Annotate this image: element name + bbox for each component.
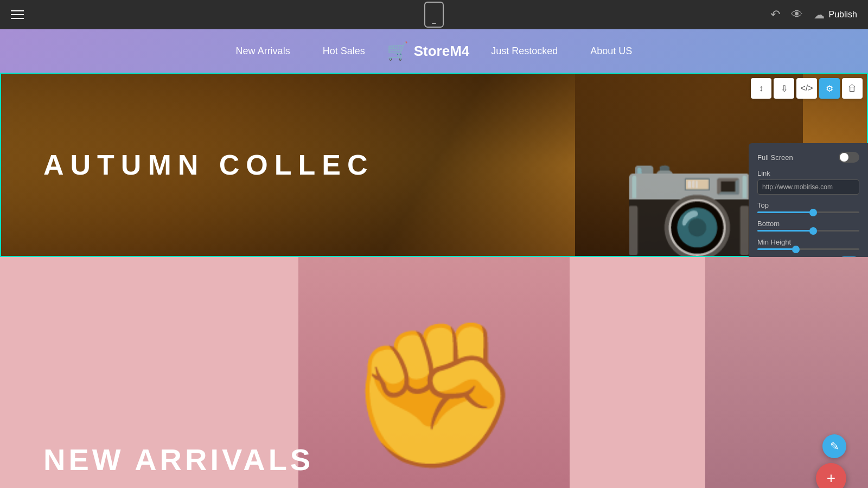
undo-icon[interactable]: ↶	[770, 8, 780, 22]
download-icon[interactable]: ⇩	[774, 78, 794, 99]
link-input[interactable]	[757, 179, 859, 195]
nav-link-hot-sales[interactable]: Hot Sales	[323, 46, 365, 57]
brand-name: StoreM4	[414, 43, 470, 60]
cloud-upload-icon: ☁	[814, 8, 825, 21]
min-height-slider-fill	[757, 248, 796, 250]
top-slider-fill	[757, 211, 813, 213]
top-slider-track[interactable]	[757, 211, 859, 213]
edit-button[interactable]: ✎	[822, 434, 846, 458]
na-title: NEW ARRIVALS	[43, 442, 314, 477]
new-arrivals-section: ✊ NEW ARRIVALS ✎ +	[0, 257, 868, 488]
settings-panel: Full Screen Link Top Bottom Min Height	[749, 143, 868, 257]
hero-section: 📷 AUTUMN COLLEC ↕ ⇩ </> ⚙ 🗑 Full Screen …	[0, 73, 868, 257]
top-toolbar: ↶ 👁 ☁ Publish	[0, 0, 868, 29]
hero-title: AUTUMN COLLEC	[43, 149, 374, 181]
show-title-toggle[interactable]	[839, 256, 859, 257]
move-up-icon[interactable]: ↕	[751, 78, 771, 99]
show-title-row: Show Title	[757, 256, 859, 257]
top-slider-row: Top	[757, 201, 859, 213]
preview-icon[interactable]: 👁	[791, 8, 803, 22]
full-screen-label: Full Screen	[757, 153, 839, 162]
na-figure: ✊	[298, 257, 570, 488]
bottom-slider-fill	[757, 230, 813, 232]
min-height-slider-row: Min Height	[757, 238, 859, 250]
hamburger-icon[interactable]	[11, 10, 24, 19]
cart-icon: 🛒	[387, 41, 409, 61]
toolbar-left	[11, 10, 24, 19]
full-screen-toggle[interactable]	[839, 152, 859, 163]
section-toolbar: ↕ ⇩ </> ⚙ 🗑	[751, 78, 863, 99]
toolbar-right: ↶ 👁 ☁ Publish	[770, 8, 857, 22]
nav-link-new-arrivals[interactable]: New Arrivals	[236, 46, 290, 57]
bottom-slider-row: Bottom	[757, 220, 859, 232]
nav-links-right: Just Restocked About US	[491, 46, 632, 57]
min-height-slider-track[interactable]	[757, 248, 859, 250]
top-slider-thumb[interactable]	[809, 209, 817, 216]
link-label: Link	[757, 169, 859, 177]
bottom-slider-thumb[interactable]	[809, 227, 817, 235]
min-height-label: Min Height	[757, 238, 859, 246]
min-height-slider-thumb[interactable]	[792, 246, 800, 253]
navbar: New Arrivals Hot Sales 🛒 StoreM4 Just Re…	[0, 29, 868, 73]
top-label: Top	[757, 201, 859, 209]
publish-label: Publish	[829, 10, 857, 20]
mobile-preview-icon[interactable]	[424, 2, 444, 28]
settings-icon[interactable]: ⚙	[819, 78, 840, 99]
publish-button[interactable]: ☁ Publish	[814, 8, 857, 21]
toolbar-center	[424, 2, 444, 28]
code-icon[interactable]: </>	[796, 78, 817, 99]
full-screen-row: Full Screen	[757, 152, 859, 163]
nav-brand: 🛒 StoreM4	[387, 41, 470, 61]
bottom-slider-track[interactable]	[757, 230, 859, 232]
nav-links: New Arrivals Hot Sales	[236, 46, 365, 57]
nav-link-just-restocked[interactable]: Just Restocked	[491, 46, 558, 57]
nav-link-about-us[interactable]: About US	[590, 46, 632, 57]
bottom-label: Bottom	[757, 220, 859, 228]
delete-icon[interactable]: 🗑	[842, 78, 863, 99]
